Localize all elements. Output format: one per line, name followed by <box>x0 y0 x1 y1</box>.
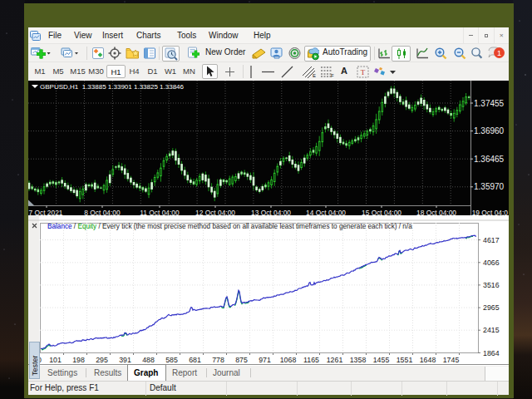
svg-text:1068: 1068 <box>280 356 297 364</box>
svg-text:875: 875 <box>235 356 248 364</box>
svg-text:1745: 1745 <box>443 356 460 364</box>
svg-text:1.36465: 1.36465 <box>474 155 505 164</box>
svg-text:7 Oct 2021: 7 Oct 2021 <box>29 209 63 216</box>
svg-text:19 Oct 04:0: 19 Oct 04:0 <box>472 209 509 216</box>
svg-text:2415: 2415 <box>483 326 500 334</box>
svg-text:11 Oct 04:00: 11 Oct 04:00 <box>140 209 180 216</box>
svg-text:1551: 1551 <box>397 356 413 364</box>
svg-text:585: 585 <box>165 356 178 364</box>
svg-text:1455: 1455 <box>373 356 390 364</box>
svg-text:1261: 1261 <box>327 356 343 364</box>
svg-text:18 Oct 04:00: 18 Oct 04:00 <box>416 209 456 216</box>
svg-text:1.36960: 1.36960 <box>474 126 505 135</box>
svg-text:391: 391 <box>119 356 131 364</box>
svg-text:778: 778 <box>212 356 224 364</box>
svg-text:15 Oct 04:00: 15 Oct 04:00 <box>362 209 401 216</box>
svg-text:101: 101 <box>49 356 62 364</box>
svg-text:488: 488 <box>142 356 155 364</box>
svg-text:295: 295 <box>96 356 108 364</box>
svg-text:1648: 1648 <box>420 356 436 364</box>
svg-text:1358: 1358 <box>350 356 367 364</box>
svg-text:4617: 4617 <box>483 236 500 244</box>
svg-text:681: 681 <box>189 356 201 364</box>
svg-text:1165: 1165 <box>303 356 319 364</box>
svg-text:198: 198 <box>72 356 85 364</box>
svg-text:1: 1 <box>497 49 501 57</box>
svg-text:13 Oct 04:00: 13 Oct 04:00 <box>251 209 291 216</box>
svg-text:GBPUSD,H1 1.33885 1.33901 1.3: GBPUSD,H1 1.33885 1.33901 1.33825 1.3384… <box>40 83 185 91</box>
svg-text:2965: 2965 <box>483 303 500 312</box>
svg-text:Balance / Equity / Every tick: Balance / Equity / Every tick (the most … <box>47 223 412 230</box>
svg-text:12 Oct 04:00: 12 Oct 04:00 <box>195 209 235 216</box>
svg-text:8 Oct 04:00: 8 Oct 04:00 <box>84 209 121 216</box>
svg-text:971: 971 <box>259 356 271 364</box>
svg-text:1864: 1864 <box>483 349 500 357</box>
svg-text:4066: 4066 <box>483 259 500 267</box>
svg-text:14 Oct 04:00: 14 Oct 04:00 <box>306 209 346 216</box>
svg-text:1.35970: 1.35970 <box>474 182 505 191</box>
svg-text:T: T <box>361 68 366 76</box>
svg-text:E: E <box>313 73 316 78</box>
svg-text:F: F <box>331 73 334 78</box>
svg-text:1.37455: 1.37455 <box>474 99 505 108</box>
svg-text:3516: 3516 <box>483 281 500 289</box>
svg-text:Tester: Tester <box>31 355 39 376</box>
